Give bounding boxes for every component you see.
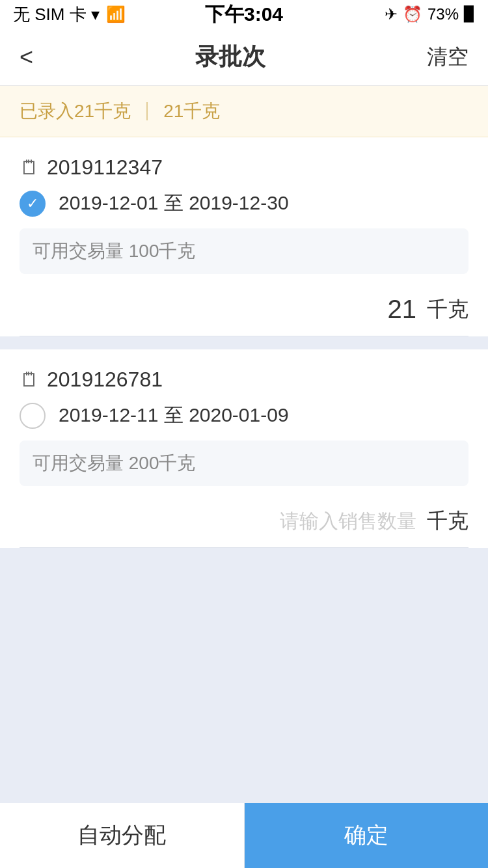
batch2-id: 2019126781 [47, 368, 163, 392]
status-bar: 无 SIM 卡 ▾ 📶 下午3:04 ✈ ⏰ 73% ▉ [0, 0, 488, 29]
batch1-radio[interactable]: ✓ [20, 191, 46, 217]
batch1-header: 🗒 2019112347 [0, 137, 488, 186]
batch1-quantity-value: 21 [388, 295, 417, 324]
batch-card-2: 🗒 2019126781 2019-12-11 至 2020-01-09 可用交… [0, 349, 488, 548]
bottom-bar: 自动分配 确定 [0, 803, 488, 868]
batch2-icon: 🗒 [20, 369, 39, 391]
batch1-available: 可用交易量 100千克 [20, 228, 468, 274]
gray-section-1 [0, 336, 488, 349]
wifi-icon: 📶 [106, 5, 126, 23]
summary-value: 21千克 [163, 99, 220, 124]
batch1-icon: 🗒 [20, 157, 39, 179]
check-icon: ✓ [27, 195, 38, 212]
content-area: 🗒 2019112347 ✓ 2019-12-01 至 2019-12-30 可… [0, 137, 488, 868]
batch1-quantity-unit: 千克 [427, 295, 468, 324]
batch1-date-row: ✓ 2019-12-01 至 2019-12-30 [0, 186, 488, 223]
batch1-quantity-row: 21 千克 [0, 283, 488, 336]
alarm-icon: ⏰ [403, 5, 422, 23]
batch2-date-row: 2019-12-11 至 2020-01-09 [0, 398, 488, 435]
batch1-date: 2019-12-01 至 2019-12-30 [59, 190, 289, 217]
page-title: 录批次 [195, 41, 265, 73]
status-right: ✈ ⏰ 73% ▉ [385, 5, 475, 23]
battery-icon: ▉ [464, 6, 475, 23]
batch2-available: 可用交易量 200千克 [20, 441, 468, 486]
batch1-id: 2019112347 [47, 156, 163, 180]
status-left: 无 SIM 卡 ▾ 📶 [13, 3, 126, 26]
sim-label: 无 SIM 卡 ▾ [13, 3, 100, 26]
batch2-quantity-unit: 千克 [427, 507, 468, 536]
summary-label: 已录入21千克 [20, 99, 131, 124]
batch2-header: 🗒 2019126781 [0, 349, 488, 398]
back-button[interactable]: < [20, 44, 33, 71]
batch2-quantity-input-row[interactable]: 请输入销售数量 千克 [0, 495, 488, 547]
nav-bar: < 录批次 清空 [0, 29, 488, 86]
batch2-radio[interactable] [20, 403, 46, 429]
location-icon: ✈ [385, 5, 398, 23]
clear-button[interactable]: 清空 [427, 43, 468, 72]
batch-card-1: 🗒 2019112347 ✓ 2019-12-01 至 2019-12-30 可… [0, 137, 488, 336]
status-time: 下午3:04 [205, 1, 283, 28]
batch2-date: 2019-12-11 至 2020-01-09 [59, 402, 289, 429]
summary-divider [146, 102, 148, 120]
quantity-placeholder: 请输入销售数量 [280, 508, 416, 535]
battery-percentage: 73% [427, 5, 459, 23]
confirm-button[interactable]: 确定 [245, 803, 489, 868]
summary-bar: 已录入21千克 21千克 [0, 86, 488, 137]
auto-distribute-button[interactable]: 自动分配 [0, 803, 245, 868]
